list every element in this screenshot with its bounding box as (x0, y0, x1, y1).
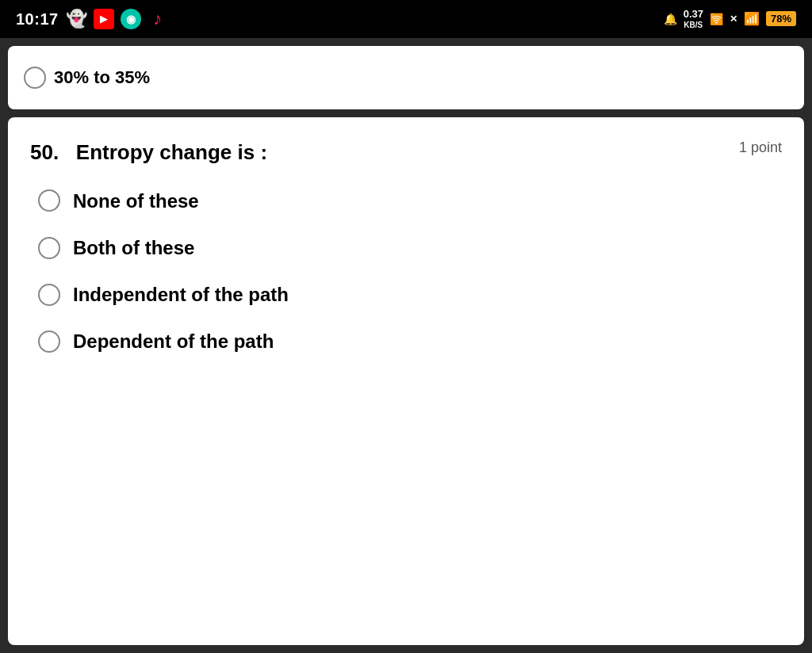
option-both-of-these-label: Both of these (73, 235, 194, 260)
signal-x-icon: ✕ (730, 13, 737, 25)
radio-dependent-of-path[interactable] (38, 330, 60, 353)
question-title: 50. Entropy change is : (30, 139, 267, 166)
question-points: 1 point (739, 139, 782, 156)
question-number: 50. Entropy change is : (30, 140, 267, 164)
option-dependent-of-path[interactable]: Dependent of the path (38, 329, 782, 353)
options-list: None of these Both of these Independent … (38, 189, 782, 354)
main-content: 30% to 35% 50. Entropy change is : 1 poi… (0, 38, 812, 653)
teal-app-icon: ◉ (121, 9, 141, 29)
radio-independent-of-path[interactable] (38, 284, 60, 306)
status-bar: 10:17 👻 ▶ ◉ ♪ 🔔 0.37 KB/S 🛜 ✕ 📶 78% (0, 0, 812, 38)
option-dependent-of-path-label: Dependent of the path (73, 329, 274, 353)
radio-none-of-these[interactable] (38, 189, 60, 212)
status-right: 🔔 0.37 KB/S 🛜 ✕ 📶 78% (664, 9, 796, 29)
previous-question-card: 30% to 35% (8, 46, 804, 109)
option-independent-of-path-label: Independent of the path (73, 282, 289, 307)
snapchat-icon: 👻 (67, 9, 87, 29)
radio-both-of-these[interactable] (38, 237, 60, 259)
option-both-of-these[interactable]: Both of these (38, 235, 782, 260)
previous-option: 30% to 35% (24, 67, 150, 89)
tiktok-icon: ♪ (147, 9, 168, 29)
youtube-icon: ▶ (94, 9, 114, 29)
status-time: 10:17 (16, 10, 59, 29)
bell-icon: 🔔 (664, 13, 677, 25)
question-card: 50. Entropy change is : 1 point None of … (8, 117, 804, 645)
app-icons: 👻 ▶ ◉ ♪ (67, 9, 168, 29)
previous-option-text: 30% to 35% (54, 67, 150, 88)
speed-indicator: 0.37 KB/S (684, 9, 703, 29)
wifi-icon: 🛜 (710, 13, 723, 25)
option-independent-of-path[interactable]: Independent of the path (38, 282, 782, 307)
question-header: 50. Entropy change is : 1 point (30, 139, 782, 166)
prev-radio-circle (24, 67, 46, 89)
battery-indicator: 78% (766, 11, 796, 26)
status-left: 10:17 👻 ▶ ◉ ♪ (16, 9, 168, 29)
option-none-of-these-label: None of these (73, 189, 199, 213)
option-none-of-these[interactable]: None of these (38, 189, 782, 213)
signal-bars-icon: 📶 (744, 11, 760, 26)
